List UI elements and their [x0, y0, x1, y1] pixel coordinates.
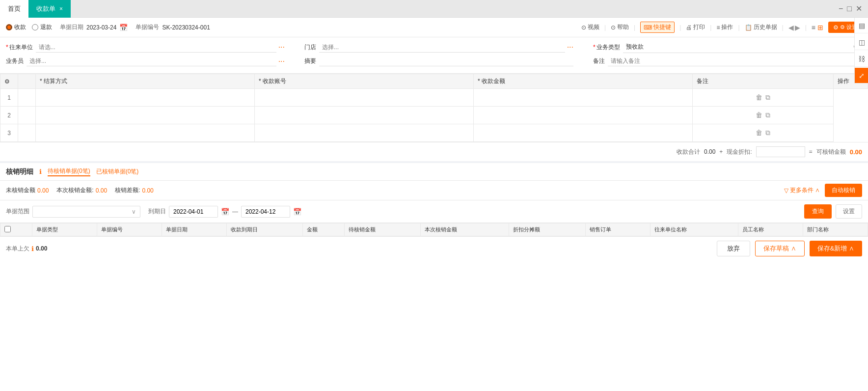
search-settings-button[interactable]: 设置: [836, 204, 862, 219]
col-amount-header: 金额: [303, 223, 344, 236]
row3-remark[interactable]: [473, 124, 692, 142]
col-settings-header[interactable]: ⚙: [0, 74, 18, 89]
nav-next-icon[interactable]: ▶: [795, 24, 800, 31]
minimize-icon[interactable]: −: [839, 4, 843, 13]
query-button[interactable]: 查询: [804, 204, 832, 219]
row1-copy-icon[interactable]: ⧉: [765, 93, 770, 102]
shortcut-btn[interactable]: ⌨ 快捷键: [640, 22, 675, 33]
history-btn[interactable]: 📋 历史单据: [745, 23, 777, 31]
partner-input[interactable]: [36, 42, 276, 53]
video-btn[interactable]: ⊙ 视频: [581, 23, 599, 31]
date-from-calendar-icon[interactable]: 📅: [221, 208, 229, 216]
row1-account[interactable]: [36, 89, 255, 107]
biz-type-select[interactable]: 预收款 ∨: [623, 41, 860, 53]
tab-close-icon[interactable]: ×: [59, 5, 63, 12]
history-icon: 📋: [745, 24, 752, 31]
operate-icon: ≡: [716, 24, 720, 31]
nav-prev-icon[interactable]: ◀: [788, 24, 794, 31]
store-more-icon[interactable]: ···: [567, 43, 573, 51]
completed-tab[interactable]: 已核销单据(0笔): [96, 168, 139, 176]
row3-delete-icon[interactable]: 🗑: [756, 129, 762, 137]
discount-input[interactable]: [756, 146, 805, 157]
summary-input[interactable]: [319, 56, 573, 66]
search-right: 查询 设置: [804, 204, 862, 219]
tab-home[interactable]: 首页: [0, 0, 28, 18]
row1-amount[interactable]: [254, 89, 473, 107]
radio-shoukuan[interactable]: 收款: [6, 23, 26, 31]
date-to-input[interactable]: [241, 206, 290, 218]
row3-settlement[interactable]: [18, 124, 36, 142]
list-view-icon[interactable]: ≡: [812, 24, 815, 31]
sidebar-doc-icon[interactable]: ◫: [855, 34, 868, 50]
help-btn[interactable]: ⊙ 帮助: [611, 23, 629, 31]
row1-remark[interactable]: [473, 89, 692, 107]
store-field: 门店 ···: [295, 42, 573, 53]
receipt-type-group: 收款 退款: [6, 23, 52, 31]
radio-tuikuan[interactable]: 退款: [32, 23, 52, 31]
bottom-table-area: 单据类型 单据编号 单据日期 收款到期日 金额 待核销金额 本次核销金额 折扣分…: [0, 223, 868, 236]
col-pending-header: 待核销金额: [344, 223, 421, 236]
unverified-amount: 未核销金额 0.00: [6, 186, 49, 195]
col-num-header: [18, 74, 36, 89]
print-btn[interactable]: 🖨 打印: [686, 23, 705, 31]
save-new-button[interactable]: 保存&新增 ∧: [810, 241, 862, 256]
col-doc-no-header: 单据编号: [97, 223, 162, 236]
row2-amount[interactable]: [254, 107, 473, 124]
staff-more-icon[interactable]: ···: [278, 57, 285, 65]
draft-button[interactable]: 保存草稿 ∧: [755, 241, 805, 256]
verification-info-icon[interactable]: ℹ: [39, 168, 42, 175]
row1-settlement[interactable]: [18, 89, 36, 107]
row2-remark[interactable]: [473, 107, 692, 124]
col-sales-order-header: 销售订单: [585, 223, 650, 236]
row3-amount[interactable]: [254, 124, 473, 142]
range-select[interactable]: ∨: [32, 206, 140, 218]
table-row: 2 🗑 ⧉: [0, 107, 868, 124]
grid-view-icon[interactable]: ⊞: [817, 24, 823, 31]
maximize-icon[interactable]: □: [847, 4, 852, 13]
partner-field: 往来单位 ···: [6, 42, 285, 53]
table-gear-icon[interactable]: ⚙: [4, 78, 10, 85]
select-all-checkbox[interactable]: [4, 226, 11, 232]
sidebar-table-icon[interactable]: ▤: [855, 18, 868, 33]
video-icon: ⊙: [581, 24, 586, 31]
pending-tab[interactable]: 待核销单据(0笔): [48, 167, 90, 176]
row2-settlement[interactable]: [18, 107, 36, 124]
range-field: 单据范围 ∨: [6, 206, 140, 218]
row2-copy-icon[interactable]: ⧉: [765, 111, 770, 119]
remark-input[interactable]: [608, 56, 862, 66]
close-icon[interactable]: ✕: [856, 4, 862, 13]
doc-date-calendar-icon[interactable]: 📅: [119, 24, 128, 31]
date-from-input[interactable]: [169, 206, 218, 218]
row3-num: 3: [0, 124, 18, 142]
partner-more-icon[interactable]: ···: [278, 43, 285, 51]
sidebar-link-icon[interactable]: ⛓: [855, 51, 868, 67]
tab-home-label: 首页: [8, 4, 21, 13]
page-footer: 本单上欠 ℹ 0.00 放弃 保存草稿 ∧ 保存&新增 ∧: [0, 236, 868, 260]
row3-copy-icon[interactable]: ⧉: [765, 129, 770, 137]
sidebar-expand-icon[interactable]: ⤢: [855, 68, 868, 84]
store-input[interactable]: [319, 42, 565, 53]
auto-verify-button[interactable]: 自动核销: [825, 184, 862, 197]
row1-actions: 🗑 ⧉: [692, 89, 833, 107]
row1-delete-icon[interactable]: 🗑: [756, 93, 762, 102]
operate-btn[interactable]: ≡ 操作: [716, 23, 733, 31]
date-to-calendar-icon[interactable]: 📅: [293, 208, 301, 216]
doc-date-field: 单据日期 2023-03-24 📅: [60, 23, 128, 31]
discard-button[interactable]: 放弃: [717, 241, 750, 256]
form-row-1: 往来单位 ··· 门店 ··· 业务类型 预收款 ∨: [6, 41, 862, 53]
staff-input[interactable]: [27, 56, 276, 66]
row3-account[interactable]: [36, 124, 255, 142]
col-staff-header: 员工名称: [738, 223, 803, 236]
col-checkbox-header: [0, 223, 32, 236]
nav-arrows: ◀ ▶: [788, 24, 800, 31]
footer-info-icon[interactable]: ℹ: [31, 245, 34, 252]
row2-account[interactable]: [36, 107, 255, 124]
right-sidebar: ▤ ◫ ⛓ ⤢: [854, 18, 868, 84]
more-filter-btn[interactable]: ▽ 更多条件 ∧: [784, 184, 820, 197]
row2-delete-icon[interactable]: 🗑: [756, 111, 762, 119]
footer-right: 放弃 保存草稿 ∧ 保存&新增 ∧: [717, 241, 862, 256]
col-amount-header: * 收款金额: [473, 74, 692, 89]
toolbar: 收款 退款 单据日期 2023-03-24 📅 单据编号 SK-20230324…: [0, 18, 868, 37]
tab-receipt[interactable]: 收款单 ×: [28, 0, 71, 18]
help-icon: ⊙: [611, 24, 616, 31]
